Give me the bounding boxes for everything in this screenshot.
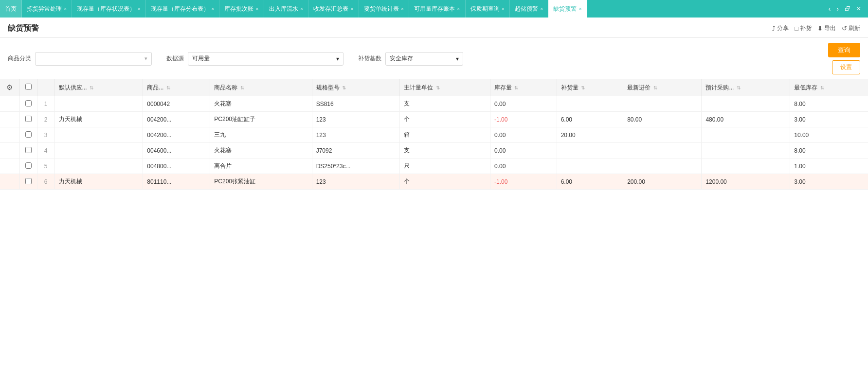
row-min-stock: 8.00 [790,143,868,158]
row-checkbox-cell[interactable] [19,127,37,143]
row-checkbox-cell[interactable] [19,96,37,112]
table-row: 6 力天机械 801110... PC200张紧油缸 123 个 -1.00 6… [0,174,868,190]
table-row: 2 力天机械 004200... PC200油缸缸子 123 个 -1.00 6… [0,112,868,127]
category-dropdown[interactable]: ▾ [35,52,152,66]
nav-available-ledger[interactable]: 可用量库存账本 × [409,0,465,18]
row-replenish-qty [557,158,623,174]
row-stock: 0.00 [490,127,557,143]
replenish-basis-value: 安全库存 [390,54,413,63]
column-settings-icon[interactable]: ⚙ [6,83,13,91]
col-stock-header[interactable]: 库存量 ⇅ [490,79,557,96]
row-estimated-purchase [702,96,790,112]
nav-current-stock-status[interactable]: 现存量（库存状况表） × [72,0,145,18]
nav-close-all-btn[interactable]: ✕ [853,5,864,12]
nav-restore-btn[interactable]: 🗗 [842,5,853,12]
row-min-stock: 3.00 [790,174,868,190]
row-latest-price [623,158,702,174]
supplier-sort-icon: ⇅ [90,85,93,90]
row-checkbox-cell[interactable] [19,112,37,127]
row-product-code: 004200... [143,112,210,127]
row-replenish-qty [557,96,623,112]
row-settings-cell [0,127,19,143]
share-button[interactable]: ⤴ 分享 [772,24,789,33]
row-estimated-purchase [702,158,790,174]
nav-batch-account[interactable]: 库存批次账 × [219,0,264,18]
nav-close-inout[interactable]: × [300,6,303,12]
datasource-dropdown[interactable]: 可用量 ▾ [188,52,344,66]
col-latest-price-header[interactable]: 最新进价 ⇅ [623,79,702,96]
col-replenish-qty-header[interactable]: 补货量 ⇅ [557,79,623,96]
nav-close-stock-status[interactable]: × [137,6,140,12]
datasource-value: 可用量 [192,54,210,63]
nav-close-requisition[interactable]: × [401,6,404,12]
col-estimated-purchase-header[interactable]: 预计采购... ⇅ [702,79,790,96]
row-checkbox-cell[interactable] [19,143,37,158]
nav-close-batch[interactable]: × [255,6,258,12]
row-checkbox[interactable] [25,162,32,169]
top-navigation: 首页 拣货异常处理 × 现存量（库存状况表） × 现存量（库存分布表） × 库存… [0,0,868,18]
replenish-basis-dropdown[interactable]: 安全库存 ▾ [385,52,463,66]
filter-buttons: 查询 设置 [828,43,860,74]
row-checkbox[interactable] [25,100,32,106]
row-unit: 个 [400,112,490,127]
export-button[interactable]: ⬇ 导出 [817,24,836,33]
row-settings-cell [0,143,19,158]
nav-home[interactable]: 首页 [0,0,22,18]
row-checkbox[interactable] [25,131,32,138]
nav-inout-flow[interactable]: 出入库流水 × [264,0,308,18]
nav-close-stock-dist[interactable]: × [211,6,214,12]
row-supplier [54,96,143,112]
replenish-basis-label: 补货基数 [358,54,381,63]
nav-current-stock-dist[interactable]: 现存量（库存分布表） × [146,0,219,18]
query-button[interactable]: 查询 [828,43,860,57]
nav-close-shortage[interactable]: × [579,6,581,12]
col-product-name-header[interactable]: 商品名称 ⇅ [210,79,312,96]
nav-close-receive[interactable]: × [350,6,353,12]
replenish-button[interactable]: □ 补货 [795,24,812,33]
row-index: 2 [37,112,54,127]
row-product-name: 火花塞 [210,96,312,112]
nav-close-overstock[interactable]: × [540,6,543,12]
page-title: 缺货预警 [8,23,39,34]
nav-shortage-warning[interactable]: 缺货预警 × [548,0,587,18]
nav-requisition-stats[interactable]: 要货单统计表 × [359,0,409,18]
row-checkbox-cell[interactable] [19,158,37,174]
share-icon: ⤴ [772,25,776,32]
select-all-checkbox[interactable] [25,84,32,90]
row-product-code: 004200... [143,127,210,143]
col-settings-header[interactable]: ⚙ [0,79,19,96]
row-product-code: 004600... [143,143,210,158]
nav-overstock-warning[interactable]: 超储预警 × [510,0,548,18]
row-supplier [54,158,143,174]
datasource-arrow-icon: ▾ [336,55,339,62]
row-checkbox[interactable] [25,116,32,122]
row-spec: 123 [312,112,400,127]
col-product-code-header[interactable]: 商品... ⇅ [143,79,210,96]
col-min-stock-header[interactable]: 最低库存 ⇅ [790,79,868,96]
col-spec-header[interactable]: 规格型号 ⇅ [312,79,400,96]
row-product-name: 三九 [210,127,312,143]
row-checkbox[interactable] [25,178,32,184]
row-product-code: 801110... [143,174,210,190]
row-min-stock: 10.00 [790,127,868,143]
row-checkbox-cell[interactable] [19,174,37,190]
row-product-code: 004800... [143,158,210,174]
refresh-button[interactable]: ↺ 刷新 [842,24,860,33]
nav-close-available[interactable]: × [457,6,460,12]
nav-receive-summary[interactable]: 收发存汇总表 × [308,0,359,18]
col-supplier-header[interactable]: 默认供应... ⇅ [54,79,143,96]
row-index: 3 [37,127,54,143]
col-unit-header[interactable]: 主计量单位 ⇅ [400,79,490,96]
nav-picking-exception[interactable]: 拣货异常处理 × [22,0,72,18]
row-replenish-qty: 6.00 [557,112,623,127]
nav-expiry-query[interactable]: 保质期查询 × [466,0,510,18]
row-checkbox[interactable] [25,147,32,153]
col-checkbox-header[interactable] [19,79,37,96]
latest-price-sort-icon: ⇅ [653,85,657,90]
nav-right-arrow[interactable]: › [833,5,842,13]
row-spec: 123 [312,127,400,143]
nav-close-expiry[interactable]: × [502,6,505,12]
nav-left-arrow[interactable]: ‹ [826,5,834,13]
settings-button[interactable]: 设置 [832,60,860,74]
nav-close-picking[interactable]: × [64,6,67,12]
